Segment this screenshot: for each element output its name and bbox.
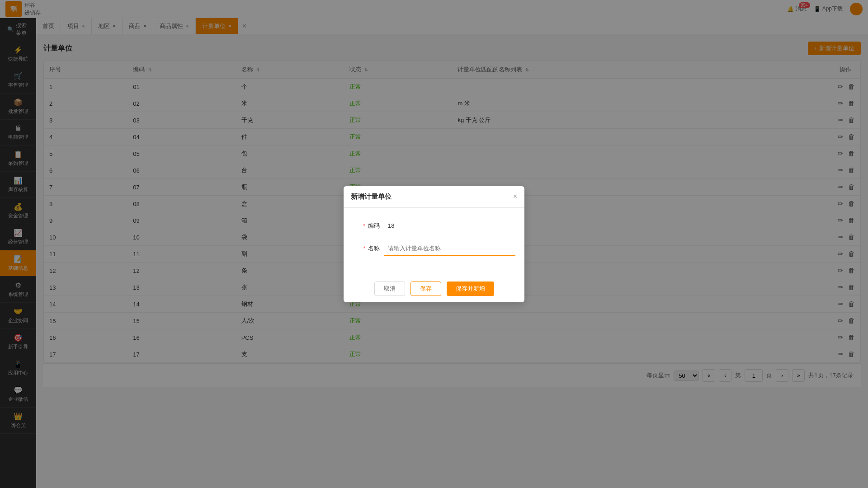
save-and-new-button[interactable]: 保存并新增 xyxy=(447,282,494,296)
save-button[interactable]: 保存 xyxy=(410,282,441,296)
modal-overlay: 新增计量单位 × * 编码 * 名称 取消 保存 保存并新增 xyxy=(0,0,868,488)
modal-footer: 取消 保存 保存并新增 xyxy=(344,275,524,302)
name-input[interactable] xyxy=(384,241,515,256)
code-label: * 编码 xyxy=(353,222,380,230)
name-form-row: * 名称 xyxy=(353,241,515,256)
code-label-text: 编码 xyxy=(368,222,380,229)
name-required: * xyxy=(363,245,365,252)
code-form-row: * 编码 xyxy=(353,219,515,233)
code-required: * xyxy=(363,222,365,229)
code-input[interactable] xyxy=(384,219,515,233)
add-unit-modal: 新增计量单位 × * 编码 * 名称 取消 保存 保存并新增 xyxy=(344,186,524,302)
modal-header: 新增计量单位 × xyxy=(344,186,524,208)
modal-title: 新增计量单位 xyxy=(351,192,392,201)
cancel-button[interactable]: 取消 xyxy=(374,282,405,296)
modal-body: * 编码 * 名称 xyxy=(344,208,524,275)
modal-close-button[interactable]: × xyxy=(513,192,517,201)
name-label: * 名称 xyxy=(353,244,380,253)
name-label-text: 名称 xyxy=(368,245,380,252)
